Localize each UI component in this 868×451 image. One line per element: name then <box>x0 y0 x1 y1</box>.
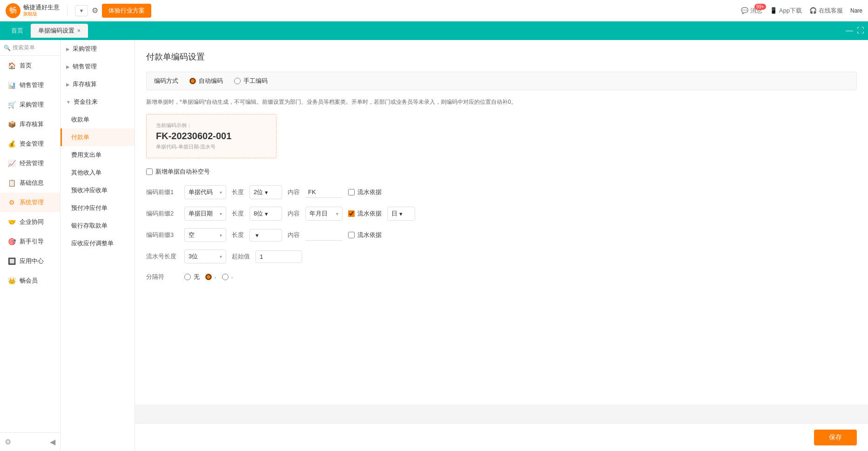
user-name[interactable]: Nare <box>850 7 862 14</box>
enterprise-icon: 🤝 <box>7 218 16 226</box>
nav-group-inventory-header[interactable]: ▶ 库存核算 <box>61 75 135 93</box>
sidebar-search[interactable]: 🔍 搜索菜单 <box>0 40 60 56</box>
sep-dash-option[interactable]: · <box>205 274 216 281</box>
nav-group-sales-header[interactable]: ▶ 销售管理 <box>61 58 135 75</box>
sidebar-item-system[interactable]: ⚙ 系统管理 <box>0 193 60 212</box>
logo-sub: 旗舰版 <box>23 11 60 17</box>
prefix2-len-select[interactable]: 8位 ▾ <box>249 207 282 221</box>
code-example-label: 当前编码示例： <box>156 122 267 129</box>
prefix3-waterflow[interactable]: 流水依据 <box>348 231 382 239</box>
prefix1-row: 编码前缀1 单据代码 ▾ 长度 2位 ▾ 内容 流水依据 <box>146 185 857 199</box>
tab-home[interactable]: 首页 <box>4 24 31 38</box>
prefix1-content-label: 内容 <box>288 188 300 196</box>
nav-item-prepay-credit[interactable]: 预收冲应收单 <box>61 182 135 199</box>
prefix1-arrow: ▾ <box>220 190 222 195</box>
prefix1-label: 编码前缀1 <box>146 188 179 196</box>
topbar: 畅 畅捷通好生意 旗舰版 ▾ ⚙ 体验行业方案 💬 消息 99+ 📱 App下载… <box>0 0 868 21</box>
auto-fill-checkbox[interactable] <box>146 168 153 175</box>
flow-len-select[interactable]: 3位 ▾ <box>184 249 226 263</box>
nav-item-bank[interactable]: 银行存取款单 <box>61 217 135 235</box>
auto-encode-label[interactable]: 自动编码 <box>189 77 227 85</box>
sidebar-item-fund[interactable]: 💰 资金管理 <box>0 134 60 154</box>
prefix1-content-input[interactable] <box>305 187 343 198</box>
sep-row: 分隔符 无 · · <box>146 273 857 281</box>
divider <box>67 5 67 16</box>
nav-item-payment[interactable]: 付款单 <box>61 128 135 146</box>
sidebar-item-member[interactable]: 👑 畅会员 <box>0 271 60 290</box>
sidebar-item-app[interactable]: 🔲 应用中心 <box>0 251 60 271</box>
prefix2-len-label: 长度 <box>232 209 244 218</box>
trial-button[interactable]: 体验行业方案 <box>102 4 151 18</box>
auto-fill-label[interactable]: 新增单据自动补空号 <box>146 168 857 176</box>
prefix2-waterflow-checkbox[interactable] <box>348 210 355 217</box>
manual-encode-radio[interactable] <box>234 78 241 84</box>
sep-options: 无 · · <box>184 273 233 281</box>
sep-none-option[interactable]: 无 <box>184 273 200 281</box>
prefix3-waterflow-checkbox[interactable] <box>348 232 355 238</box>
prefix2-select[interactable]: 单据日期 ▾ <box>184 207 226 221</box>
tab-encoding-setting[interactable]: 单据编码设置 × <box>31 24 88 38</box>
online-service[interactable]: 🎧 在线客服 <box>809 7 843 15</box>
save-button[interactable]: 保存 <box>814 430 857 445</box>
bottom-bar: 保存 <box>135 423 868 451</box>
sidebar-collapse-icon[interactable]: ◀ <box>50 438 55 446</box>
settings-icon[interactable]: ⚙ <box>92 6 98 15</box>
sep-dot-option[interactable]: · <box>222 274 233 281</box>
tab-minimize-icon[interactable]: — <box>846 27 853 35</box>
tab-maximize-icon[interactable]: ⛶ <box>857 27 864 35</box>
inventory-icon: 📦 <box>7 120 16 128</box>
nav-item-receipt[interactable]: 收款单 <box>61 111 135 128</box>
nav-item-adjust[interactable]: 应收应付调整单 <box>61 235 135 252</box>
prefix3-len-select[interactable]: ▾ <box>249 229 282 242</box>
topbar-right: 💬 消息 99+ 📱 App下载 🎧 在线客服 Nare <box>741 7 862 15</box>
nav-item-other-income[interactable]: 其他收入单 <box>61 164 135 182</box>
nav-group-sales: ▶ 销售管理 <box>61 58 135 75</box>
prefix2-day-select[interactable]: 日 ▾ <box>387 207 415 221</box>
tab-close-icon[interactable]: × <box>77 27 81 34</box>
sep-dash-radio[interactable] <box>205 274 212 280</box>
logo-icon: 畅 <box>6 3 20 18</box>
purchase-icon: 🛒 <box>7 101 16 109</box>
prefix2-waterflow[interactable]: 流水依据 <box>348 209 382 218</box>
nav-item-expense[interactable]: 费用支出单 <box>61 146 135 164</box>
sidebar-item-sales[interactable]: 📊 销售管理 <box>0 75 60 95</box>
content-wrapper: 付款单编码设置 编码方式 自动编码 手工编码 新增单据时，*单据编码*自动生成，… <box>135 40 868 451</box>
prefix1-len-label: 长度 <box>232 188 244 196</box>
sidebar-item-inventory[interactable]: 📦 库存核算 <box>0 114 60 134</box>
sidebar-settings-icon[interactable]: ⚙ <box>5 438 11 446</box>
sidebar-item-operation[interactable]: 📈 经营管理 <box>0 154 60 173</box>
prefix3-content-input[interactable] <box>305 229 343 241</box>
sep-label: 分隔符 <box>146 273 179 281</box>
prefix1-waterflow[interactable]: 流水依据 <box>348 188 382 196</box>
prefix3-select[interactable]: 空 ▾ <box>184 228 226 242</box>
prefix2-content-select[interactable]: 年月日 ▾ <box>305 207 343 221</box>
nav-group-purchase-header[interactable]: ▶ 采购管理 <box>61 40 135 58</box>
sidebar-item-basic[interactable]: 📋 基础信息 <box>0 173 60 193</box>
sep-dot-radio[interactable] <box>222 274 229 280</box>
sales-icon: 📊 <box>7 81 16 89</box>
sidebar-item-purchase[interactable]: 🛒 采购管理 <box>0 95 60 114</box>
content-area: 付款单编码设置 编码方式 自动编码 手工编码 新增单据时，*单据编码*自动生成，… <box>135 40 868 423</box>
app-download[interactable]: 📱 App下载 <box>770 7 802 15</box>
prefix1-waterflow-checkbox[interactable] <box>348 189 355 195</box>
nav-item-prepay-debit[interactable]: 预付冲应付单 <box>61 199 135 217</box>
nav-group-fund-header[interactable]: ▼ 资金往来 <box>61 93 135 111</box>
manual-encode-label[interactable]: 手工编码 <box>234 77 271 85</box>
guide-icon: 🎯 <box>7 237 16 246</box>
prefix2-content-label: 内容 <box>288 209 300 218</box>
auto-encode-radio[interactable] <box>189 78 196 84</box>
prefix3-len-label: 长度 <box>232 231 244 239</box>
flow-row: 流水号长度 3位 ▾ 起始值 <box>146 249 857 263</box>
dropdown-button[interactable]: ▾ <box>75 5 88 16</box>
message-area[interactable]: 💬 消息 99+ <box>741 7 762 15</box>
sidebar-item-enterprise[interactable]: 🤝 企业协同 <box>0 212 60 232</box>
start-value-input[interactable] <box>256 250 302 263</box>
left-nav: ▶ 采购管理 ▶ 销售管理 ▶ 库存核算 ▼ 资金往来 收款单 <box>61 40 135 451</box>
fund-icon: 💰 <box>7 140 16 148</box>
prefix1-len-select[interactable]: 2位 ▾ <box>249 185 282 199</box>
sep-none-radio[interactable] <box>184 274 191 280</box>
sidebar-item-home[interactable]: 🏠 首页 <box>0 56 60 75</box>
prefix1-select[interactable]: 单据代码 ▾ <box>184 185 226 199</box>
sidebar-bottom: ⚙ ◀ <box>0 432 60 451</box>
sidebar-item-guide[interactable]: 🎯 新手引导 <box>0 232 60 251</box>
